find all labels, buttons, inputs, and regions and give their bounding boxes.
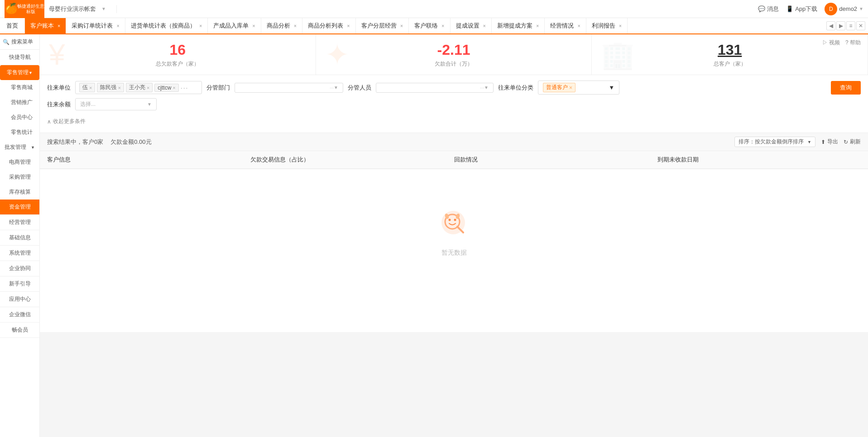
nav-arrows: ◀ ▶ ≡ ✕ (824, 21, 868, 30)
sidebar-item-retail-store[interactable]: 零售商城 (0, 80, 39, 95)
nav-menu-btn[interactable]: ≡ (846, 21, 855, 30)
tab-customer-layered[interactable]: 客户分层经营 × (356, 18, 409, 34)
stat3-value: 131 (718, 41, 742, 58)
results-actions: 排序：按欠款金额倒序排序 ▼ ⬆ 导出 ↻ 刷新 (734, 137, 861, 147)
col-date-info: 到期未收款日期 (657, 156, 861, 164)
close-icon[interactable]: × (347, 23, 350, 28)
sidebar-item-enterprise[interactable]: 企业协同 (0, 261, 39, 276)
dept-filter-select[interactable]: ··· ▼ (235, 83, 343, 93)
unit-class-select[interactable]: 普通客户 × ▼ (538, 81, 619, 95)
sidebar-item-guide[interactable]: 新手引导 (0, 276, 39, 292)
close-icon[interactable]: × (441, 23, 444, 28)
query-button[interactable]: 查询 (831, 81, 861, 95)
table-container: 客户信息 欠款交易信息（占比） 回款情况 到期未收款日期 (40, 151, 868, 332)
tab-commission-settings[interactable]: 提成设置 × (451, 18, 492, 34)
sort-chevron: ▼ (807, 140, 811, 144)
close-icon[interactable]: × (536, 23, 539, 28)
refresh-btn[interactable]: ↻ 刷新 (844, 138, 861, 146)
svg-point-4 (454, 219, 456, 221)
sidebar-item-enterprise-wechat[interactable]: 企业微信 (0, 307, 39, 323)
close-icon[interactable]: × (199, 23, 202, 28)
close-icon[interactable]: × (483, 23, 486, 28)
remove-tag-3[interactable]: × (173, 85, 175, 90)
close-icon[interactable]: × (116, 23, 119, 28)
close-icon[interactable]: × (252, 23, 255, 28)
sidebar-item-app-center[interactable]: 应用中心 (0, 292, 39, 307)
sidebar-item-system[interactable]: 系统管理 (0, 246, 39, 261)
sidebar-item-retail-management[interactable]: 零售管理 ▼ (0, 65, 39, 80)
nav-next-btn[interactable]: ▶ (836, 21, 845, 30)
tab-add-commission[interactable]: 新增提成方案 × (492, 18, 545, 34)
sidebar-item-ecommerce[interactable]: 电商管理 (0, 155, 39, 170)
sidebar-item-finance[interactable]: 资金管理 (0, 200, 39, 215)
sidebar-item-basic-info[interactable]: 基础信息 (0, 230, 39, 246)
tab-product-analysis[interactable]: 商品分析 × (261, 18, 302, 34)
empty-icon (436, 205, 472, 242)
message-btn[interactable]: 💬 消息 (758, 5, 779, 13)
logo-text: 畅捷通好生意 标版 (17, 4, 44, 14)
sidebar-item-member[interactable]: 畅会员 (0, 323, 39, 338)
balance-chevron: ▼ (147, 102, 152, 107)
remove-tag-1[interactable]: × (118, 85, 120, 90)
app-download-btn[interactable]: 📱 App下载 (786, 5, 817, 13)
close-icon[interactable]: × (619, 23, 622, 28)
close-icon[interactable]: × (577, 23, 580, 28)
tab-inbound-stats[interactable]: 进货单统计表（按商品） × (125, 18, 208, 34)
sidebar-item-inventory[interactable]: 库存核算 (0, 185, 39, 200)
filter-area: 往来单位 伍 × 陈民强 × 王小亮 × cjttcw (40, 75, 868, 133)
tab-customer-contact[interactable]: 客户联络 × (409, 18, 450, 34)
sidebar-item-retail-stats[interactable]: 零售统计 (0, 125, 39, 140)
empty-state: 暂无数据 (40, 169, 868, 293)
question-icon: ? (845, 39, 849, 46)
remove-tag-2[interactable]: × (147, 85, 149, 90)
sidebar-item-wholesale[interactable]: 批发管理 ▼ (0, 140, 39, 155)
sidebar: 🔍 搜索菜单 快捷导航 零售管理 ▼ 零售商城 营销推广 会员中心 零售统计 批… (0, 34, 40, 437)
results-amount: 欠款金额0.00元 (110, 138, 151, 146)
export-btn[interactable]: ⬆ 导出 (821, 138, 838, 146)
sidebar-search[interactable]: 🔍 搜索菜单 (0, 34, 39, 50)
sidebar-item-operations[interactable]: 经营管理 (0, 215, 39, 230)
person-chevron: ▼ (484, 85, 489, 90)
video-help-btn[interactable]: ▷ 视频 (822, 39, 840, 47)
filter-tag-0: 伍 × (79, 83, 95, 92)
tab-home[interactable]: 首页 (0, 18, 25, 34)
tab-profit-report[interactable]: 利润报告 × (586, 18, 628, 34)
nav-close-btn[interactable]: ✕ (856, 21, 865, 30)
nav-prev-btn[interactable]: ◀ (826, 21, 835, 30)
balance-filter-select[interactable]: 选择... ▼ (75, 98, 157, 110)
refresh-icon: ↻ (844, 139, 848, 145)
tab-operations[interactable]: 经营情况 × (545, 18, 586, 34)
sidebar-item-quick-nav[interactable]: 快捷导航 (0, 50, 39, 65)
search-icon: 🔍 (3, 39, 10, 45)
user-profile[interactable]: D demo2 ▼ (825, 3, 863, 15)
dept-chevron: ▼ (334, 85, 338, 90)
sidebar-item-member-center[interactable]: 会员中心 (0, 110, 39, 125)
remove-tag-0[interactable]: × (89, 85, 92, 90)
unit-filter-tags[interactable]: 伍 × 陈民强 × 王小亮 × cjttcw × ··· (75, 81, 202, 94)
remove-class-tag[interactable]: × (569, 85, 572, 91)
stats-bar: ¥ 16 总欠款客户（家） ✦ -2.11 欠款合计（万） 🏢 131 总客户（… (40, 34, 868, 75)
person-filter-select[interactable]: ··· ▼ (376, 83, 494, 93)
close-icon[interactable]: × (400, 23, 403, 28)
collapse-btn[interactable]: ∧ 收起更多条件 (47, 116, 861, 127)
more-tags-btn[interactable]: ··· (181, 84, 189, 91)
stat1-value: 16 (170, 41, 186, 58)
store-selector[interactable]: 母婴行业演示帐套 ▼ (44, 5, 117, 13)
close-icon[interactable]: × (294, 23, 297, 28)
logo[interactable]: 🍊 畅捷通好生意 标版 (5, 0, 44, 18)
tab-customer-account[interactable]: 客户账本 × (25, 18, 66, 34)
tab-product-analysis-list[interactable]: 商品分析列表 × (302, 18, 355, 34)
sidebar-item-purchase[interactable]: 采购管理 (0, 170, 39, 185)
stat-total-customers: ¥ 16 总欠款客户（家） (40, 34, 316, 75)
help-links: ▷ 视频 ? 帮助 (822, 39, 861, 47)
close-icon[interactable]: × (58, 23, 60, 28)
sort-select[interactable]: 排序：按欠款金额倒序排序 ▼ (734, 137, 815, 147)
main-layout: 🔍 搜索菜单 快捷导航 零售管理 ▼ 零售商城 营销推广 会员中心 零售统计 批… (0, 34, 868, 437)
help-btn[interactable]: ? 帮助 (845, 39, 861, 47)
stat-total-debt: ✦ -2.11 欠款合计（万） (316, 34, 592, 75)
sidebar-item-marketing[interactable]: 营销推广 (0, 95, 39, 110)
top-right: 💬 消息 📱 App下载 D demo2 ▼ (758, 3, 863, 15)
tab-purchase-order[interactable]: 采购订单统计表 × (66, 18, 125, 34)
tab-finished-stock[interactable]: 产成品入库单 × (208, 18, 261, 34)
logo-icon: 🍊 (5, 2, 17, 15)
